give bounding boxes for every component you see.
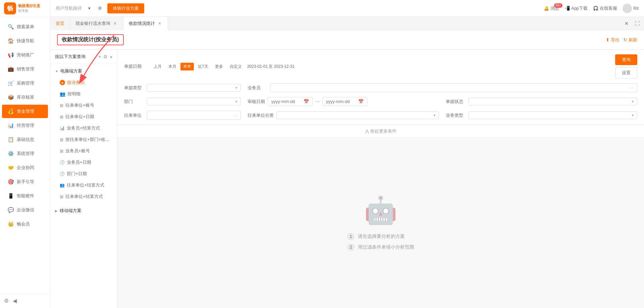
date-tab-more[interactable]: 更多 bbox=[212, 63, 226, 70]
schema-item-staff-date[interactable]: 🕐 业务员+日期 bbox=[50, 157, 117, 168]
partner-more-icon[interactable]: ··· bbox=[233, 113, 237, 118]
schema-item-staff-account[interactable]: ▦ 业务员+账号 bbox=[50, 145, 117, 157]
schema-settings-icon[interactable]: ⚙ bbox=[103, 54, 108, 59]
date-label: 单据日期 bbox=[124, 63, 144, 69]
export-button[interactable]: ⬆ 导出 bbox=[606, 37, 620, 43]
schema-collapse-icon[interactable]: « bbox=[110, 54, 112, 59]
refresh-button[interactable]: ↻ 刷新 bbox=[624, 37, 637, 43]
bill-status-select[interactable]: ▾ bbox=[469, 98, 637, 105]
bill-type-select[interactable]: ▾ bbox=[147, 84, 241, 92]
business-type-dropdown-icon: ▾ bbox=[632, 113, 634, 117]
partner-select[interactable]: ··· bbox=[147, 111, 241, 120]
sidebar-item-operation[interactable]: 📊 经营管理 bbox=[2, 119, 48, 132]
sidebar-item-newbie[interactable]: 🎯 新手引导 bbox=[2, 175, 48, 189]
window-controls: ✕ ⛶ bbox=[623, 19, 644, 28]
date-range-display: 2023-01-01 至 2023-12-31 bbox=[247, 64, 294, 69]
date-tab-last-month[interactable]: 上月 bbox=[151, 63, 164, 70]
schema-item-unit-date[interactable]: ▦ 往来单位+日期 bbox=[50, 111, 117, 122]
date-tabs: 上月 本月 本年 近7天 更多 自定义 2023-01-01 至 2023-12… bbox=[151, 63, 294, 70]
sidebar-collapse-icon[interactable]: ◀ bbox=[13, 298, 17, 304]
notification-button[interactable]: 🔔 消息 99+ bbox=[544, 5, 559, 11]
logo-icon: 畅 bbox=[4, 2, 16, 14]
filter-settings-button[interactable]: 设置 bbox=[615, 67, 637, 79]
by-staff-label: 按业务员 bbox=[67, 80, 85, 86]
mobile-schema-section: ▶ 移动端方案 bbox=[50, 204, 117, 218]
schema-item-dept-date[interactable]: 🕐 部门+日期 bbox=[50, 168, 117, 179]
main-area: 收款情况统计(按业务员) ⬆ 导出 ↻ 刷新 按以下方案查询 + ⚙ « bbox=[50, 30, 644, 308]
sidebar-item-system[interactable]: ⚙️ 系统管理 bbox=[2, 147, 48, 160]
partner-category-dropdown-icon: ▾ bbox=[434, 113, 435, 117]
desktop-schema-section: ▼ 电脑端方案 ● 按业务员 👥 按明细 ▦ 往来单位+账号 ▦ 往来单 bbox=[50, 64, 117, 204]
schema-item-unit-dept[interactable]: ▦ 按往来单位+部门+收... bbox=[50, 134, 117, 145]
staff-date-label: 业务员+日期 bbox=[67, 159, 91, 165]
date-tab-this-month[interactable]: 本月 bbox=[166, 63, 179, 70]
service-icon: 🎧 bbox=[593, 6, 598, 11]
dept-select[interactable]: ▾ bbox=[147, 98, 241, 105]
dept-label: 部门 bbox=[124, 99, 144, 105]
date-tab-7days[interactable]: 近7天 bbox=[195, 63, 211, 70]
schema-item-by-detail[interactable]: 👥 按明细 bbox=[50, 88, 117, 100]
review-date-end[interactable]: 📅 bbox=[322, 97, 367, 106]
tab-home[interactable]: 首页 bbox=[50, 17, 70, 30]
query-button[interactable]: 查询 bbox=[615, 54, 637, 65]
calendar-start-icon[interactable]: 📅 bbox=[304, 99, 309, 104]
by-detail-icon: 👥 bbox=[60, 91, 65, 97]
collapse-button[interactable]: ⋀ 收起更多条件 bbox=[365, 128, 396, 134]
crown-icon: 👑 bbox=[7, 221, 14, 227]
unit-dept-icon: ▦ bbox=[60, 137, 63, 142]
sidebar-item-member[interactable]: 👑 畅会员 bbox=[2, 217, 48, 231]
tab-bank-flow[interactable]: 现金银行流水查询 ✕ bbox=[70, 17, 123, 30]
staff-settle-icon: 📊 bbox=[60, 126, 65, 131]
sidebar-settings-icon[interactable]: ⚙ bbox=[4, 298, 9, 304]
staff-more-icon[interactable]: ··· bbox=[630, 85, 634, 90]
sidebar-item-basic[interactable]: 📋 基础信息 bbox=[2, 133, 48, 146]
sidebar-item-search[interactable]: 🔍 搜索菜单 bbox=[2, 20, 48, 34]
cart-icon: 🛒 bbox=[7, 80, 14, 87]
date-tab-custom[interactable]: 自定义 bbox=[227, 63, 245, 70]
schema-item-unit-settle1[interactable]: 👥 往来单位+结算方式 bbox=[50, 179, 117, 191]
business-type-select[interactable]: ▾ bbox=[469, 111, 637, 119]
schema-item-staff-settle[interactable]: 📊 业务员+结算方式 bbox=[50, 122, 117, 134]
mobile-section-header[interactable]: ▶ 移动端方案 bbox=[50, 205, 117, 216]
staff-settle-label: 业务员+结算方式 bbox=[67, 125, 100, 131]
user-info[interactable]: Rit bbox=[623, 4, 639, 13]
review-date-start[interactable]: 📅 bbox=[268, 97, 313, 106]
left-panel-header: 按以下方案查询 + ⚙ « bbox=[50, 50, 117, 64]
sidebar-item-sales[interactable]: 💼 销售管理 bbox=[2, 62, 48, 76]
breadcrumb-dropdown-icon[interactable]: ▾ bbox=[86, 5, 93, 12]
tab-collection-stats[interactable]: 收款情况统计 ✕ bbox=[123, 17, 168, 30]
sidebar-item-enterprise[interactable]: 🤝 企业协同 bbox=[2, 161, 48, 174]
desktop-section-label: 电脑端方案 bbox=[60, 68, 82, 74]
money-icon: 💰 bbox=[7, 108, 14, 115]
online-service-button[interactable]: 🎧 在线客服 bbox=[593, 5, 617, 11]
sidebar-item-finance[interactable]: 💰 资金管理 bbox=[2, 105, 48, 118]
partner-category-select[interactable]: ▾ bbox=[276, 111, 439, 119]
app-download-button[interactable]: 📲 App下载 bbox=[565, 5, 588, 11]
sidebar-item-wechat[interactable]: 💬 企业微信 bbox=[2, 203, 48, 217]
sidebar-item-purchase[interactable]: 🛒 采购管理 bbox=[2, 76, 48, 90]
header-gear-icon[interactable]: ⚙ bbox=[97, 5, 103, 12]
window-maximize-icon[interactable]: ⛶ bbox=[633, 19, 641, 28]
sidebar-item-inventory[interactable]: 📦 库存核算 bbox=[2, 91, 48, 104]
sidebar-item-marketing[interactable]: 📢 营销推广 bbox=[2, 48, 48, 62]
add-schema-icon[interactable]: + bbox=[98, 54, 101, 60]
trial-button[interactable]: 体验行业方案 bbox=[107, 3, 144, 13]
schema-item-unit-account[interactable]: ▦ 往来单位+账号 bbox=[50, 100, 117, 111]
target-icon: 🎯 bbox=[7, 178, 14, 185]
staff-select[interactable]: ··· bbox=[270, 83, 637, 92]
schema-item-unit-settle2[interactable]: ▦ 往来单位+结算方式 bbox=[50, 191, 117, 202]
date-tab-this-year[interactable]: 本年 bbox=[180, 63, 194, 70]
logo-text: 畅捷通好生意 标准版 bbox=[18, 3, 40, 13]
tab-collection-stats-close-icon[interactable]: ✕ bbox=[157, 21, 162, 26]
calendar-end-icon[interactable]: 📅 bbox=[358, 99, 364, 104]
tab-bank-flow-close-icon[interactable]: ✕ bbox=[112, 21, 118, 26]
sidebar-item-quick-nav[interactable]: 🏠 快捷导航 bbox=[2, 34, 48, 48]
desktop-section-header[interactable]: ▼ 电脑端方案 bbox=[50, 65, 117, 77]
sidebar-item-hardware[interactable]: 📱 智能硬件 bbox=[2, 189, 48, 203]
review-date-end-input[interactable] bbox=[326, 99, 356, 104]
unit-settle1-icon: 👥 bbox=[60, 183, 65, 188]
review-date-start-input[interactable] bbox=[271, 99, 302, 104]
schema-item-by-staff[interactable]: ● 按业务员 bbox=[50, 77, 117, 88]
avatar bbox=[623, 4, 632, 13]
window-close-icon[interactable]: ✕ bbox=[623, 19, 631, 28]
